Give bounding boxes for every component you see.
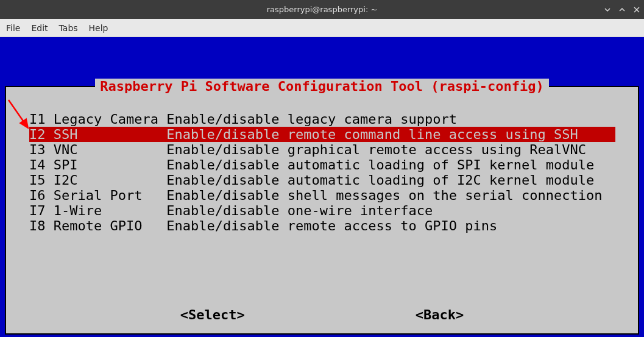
menu-tabs[interactable]: Tabs	[59, 23, 78, 33]
terminal-viewport: Raspberry Pi Software Configuration Tool…	[0, 37, 644, 337]
raspi-config-dialog: Raspberry Pi Software Configuration Tool…	[5, 86, 639, 335]
window-button-group	[604, 6, 640, 13]
menu-help[interactable]: Help	[89, 23, 108, 33]
dialog-button-row: <Select> <Back>	[6, 307, 638, 322]
window-titlebar: raspberrypi@raspberrypi: ~	[0, 0, 644, 19]
back-button[interactable]: <Back>	[416, 307, 464, 322]
menu-item-i3[interactable]: I3 VNC Enable/disable graphical remote a…	[29, 142, 615, 157]
select-button[interactable]: <Select>	[180, 307, 245, 322]
maximize-icon[interactable]	[618, 6, 626, 13]
close-icon[interactable]	[633, 6, 640, 13]
dialog-title-text: Raspberry Pi Software Configuration Tool…	[95, 79, 548, 94]
menu-item-i4[interactable]: I4 SPI Enable/disable automatic loading …	[29, 157, 615, 172]
menu-item-i6[interactable]: I6 Serial Port Enable/disable shell mess…	[29, 188, 615, 203]
menu-item-i1[interactable]: I1 Legacy Camera Enable/disable legacy c…	[29, 112, 615, 127]
dialog-title: Raspberry Pi Software Configuration Tool…	[6, 79, 638, 94]
minimize-icon[interactable]	[604, 6, 611, 13]
menu-file[interactable]: File	[6, 23, 20, 33]
menu-item-i5[interactable]: I5 I2C Enable/disable automatic loading …	[29, 172, 615, 188]
interface-options-list: I1 Legacy Camera Enable/disable legacy c…	[29, 112, 615, 233]
menu-edit[interactable]: Edit	[31, 23, 48, 33]
menu-item-i2[interactable]: I2 SSH Enable/disable remote command lin…	[29, 127, 615, 142]
window-title: raspberrypi@raspberrypi: ~	[267, 5, 378, 14]
terminal-menubar: File Edit Tabs Help	[0, 19, 644, 37]
menu-item-i7[interactable]: I7 1-Wire Enable/disable one-wire interf…	[29, 203, 615, 218]
menu-item-i8[interactable]: I8 Remote GPIO Enable/disable remote acc…	[29, 218, 615, 233]
